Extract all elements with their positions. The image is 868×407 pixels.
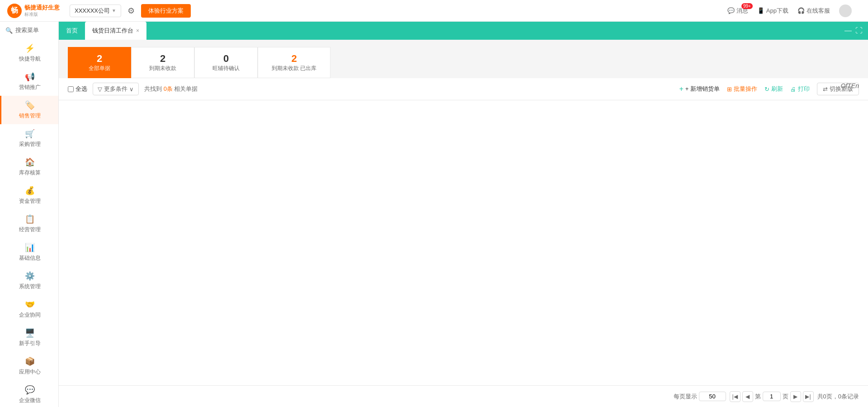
- batch-icon: ⊞: [727, 86, 732, 93]
- print-button[interactable]: 🖨 打印: [790, 85, 810, 93]
- header-left: 畅 畅捷通好生意 标准版 XXXXXX公司 ▼ ⚙ 体验行业方案: [7, 4, 191, 18]
- sidebar-item-marketing[interactable]: 📢 营销推广: [0, 67, 58, 96]
- basic-info-icon: 📊: [25, 243, 35, 253]
- page-suffix: 页: [783, 393, 788, 401]
- toolbar: 全选 ▽ 更多条件 ∨ 共找到 0条 相关单据 +: [59, 78, 868, 100]
- refresh-label: 刷新: [771, 85, 783, 93]
- avatar[interactable]: [839, 5, 852, 17]
- expand-tab-icon[interactable]: ⛶: [855, 27, 863, 35]
- sidebar-item-label: 资金管理: [19, 197, 41, 205]
- logo-icon: 畅: [7, 4, 22, 18]
- stat-label-overdue: 到期未收款: [149, 65, 176, 72]
- stat-card-overdue[interactable]: 2 到期未收款: [131, 47, 194, 78]
- toolbar-right: + + 新增销货单 ⊞ 批量操作 ↻ 刷新 🖨 打印: [679, 83, 859, 95]
- sidebar-item-guide[interactable]: 🖥️ 新手引导: [0, 323, 58, 352]
- sidebar-item-cooperation[interactable]: 🤝 企业协同: [0, 295, 58, 323]
- sidebar-item-label: 库存核算: [19, 169, 41, 177]
- tab-workbench-label: 钱货日清工作台: [92, 27, 133, 35]
- prev-page-button[interactable]: ◀: [742, 391, 753, 402]
- first-page-button[interactable]: |◀: [730, 391, 741, 402]
- page-nav: |◀ ◀ 第 页 ▶ ▶|: [730, 391, 814, 402]
- sidebar-item-purchase[interactable]: 🛒 采购管理: [0, 124, 58, 153]
- sidebar: 🔍 搜索菜单 ⚡ 快捷导航 📢 营销推广 🏷️ 销售管理 🛒 采购管理 🏠 库存…: [0, 22, 59, 407]
- search-menu-item[interactable]: 🔍 搜索菜单: [0, 22, 58, 39]
- stat-label-pending: 旺辅待确认: [212, 65, 240, 72]
- app-center-icon: 📦: [25, 356, 35, 366]
- sidebar-item-label: 企业协同: [19, 311, 41, 319]
- content-area: 首页 钱货日清工作台 × — ⛶ 2 全部单据 2 到期: [59, 22, 868, 407]
- select-all-input[interactable]: [68, 86, 74, 92]
- filter-button[interactable]: ▽ 更多条件 ∨: [93, 83, 139, 95]
- trial-button[interactable]: 体验行业方案: [141, 4, 191, 18]
- company-selector[interactable]: XXXXXX公司 ▼: [70, 5, 121, 17]
- batch-operation-button[interactable]: ⊞ 批量操作: [727, 85, 757, 93]
- online-service-action[interactable]: 🎧 在线客服: [797, 7, 830, 15]
- wechat-icon: 💬: [25, 385, 35, 395]
- sidebar-item-app-center[interactable]: 📦 应用中心: [0, 352, 58, 380]
- stats-row: 2 全部单据 2 到期未收款 0 旺辅待确认 2 到期未收款 已出库: [59, 40, 868, 78]
- message-action[interactable]: 💬 消息 99+: [727, 7, 748, 15]
- sidebar-item-label: 营销推广: [19, 84, 41, 91]
- tab-home-label: 首页: [66, 27, 78, 35]
- filter-label: 更多条件: [104, 85, 127, 93]
- sidebar-item-wechat[interactable]: 💬 企业微信: [0, 380, 58, 407]
- page-input[interactable]: [763, 392, 781, 401]
- close-tab-icon[interactable]: ×: [136, 28, 139, 34]
- sidebar-item-quick-nav[interactable]: ⚡ 快捷导航: [0, 39, 58, 67]
- minimize-tab-icon[interactable]: —: [844, 27, 852, 35]
- app-download-action[interactable]: 📱 App下载: [757, 7, 788, 15]
- next-page-button[interactable]: ▶: [790, 391, 801, 402]
- sidebar-item-basic-info[interactable]: 📊 基础信息: [0, 238, 58, 267]
- add-sales-order-button[interactable]: + + 新增销货单: [679, 85, 720, 93]
- filter-chevron-icon: ∨: [129, 86, 134, 93]
- sidebar-item-label: 销售管理: [19, 112, 41, 120]
- marketing-icon: 📢: [25, 72, 35, 82]
- stat-card-shipped[interactable]: 2 到期未收款 已出库: [258, 47, 330, 78]
- quick-nav-icon: ⚡: [25, 43, 35, 53]
- add-sales-label: + 新增销货单: [685, 85, 720, 93]
- top-header: 畅 畅捷通好生意 标准版 XXXXXX公司 ▼ ⚙ 体验行业方案 💬 消息 99…: [0, 0, 868, 22]
- settings-button[interactable]: ⚙: [125, 5, 137, 17]
- select-all-checkbox[interactable]: 全选: [68, 85, 87, 93]
- print-icon: 🖨: [790, 86, 796, 93]
- message-icon: 💬: [727, 7, 735, 14]
- page-label: 第: [755, 393, 761, 401]
- stat-label-shipped: 到期未收款 已出库: [272, 65, 316, 72]
- search-menu-label: 搜索菜单: [15, 26, 39, 34]
- purchase-icon: 🛒: [25, 129, 35, 139]
- sidebar-item-operation[interactable]: 📋 经营管理: [0, 210, 58, 238]
- tab-home[interactable]: 首页: [59, 22, 85, 40]
- stat-card-all[interactable]: 2 全部单据: [68, 47, 131, 78]
- sidebar-item-inventory[interactable]: 🏠 库存核算: [0, 153, 58, 181]
- page-size-select: 每页显示: [674, 392, 726, 401]
- often-text: OfTEn: [841, 82, 859, 89]
- found-count: 0条: [164, 85, 173, 92]
- sidebar-item-label: 快捷导航: [19, 55, 41, 63]
- print-label: 打印: [798, 85, 810, 93]
- sidebar-item-label: 采购管理: [19, 140, 41, 148]
- header-right: 💬 消息 99+ 📱 App下载 🎧 在线客服: [727, 5, 861, 17]
- stat-num-overdue: 2: [160, 53, 165, 65]
- stat-label-all: 全部单据: [89, 65, 110, 72]
- app-download-label: App下载: [766, 7, 788, 15]
- found-text: 共找到 0条 相关单据: [144, 85, 198, 93]
- online-service-label: 在线客服: [807, 7, 830, 15]
- stat-card-pending[interactable]: 0 旺辅待确认: [194, 47, 258, 78]
- batch-label: 批量操作: [734, 85, 757, 93]
- last-page-button[interactable]: ▶|: [803, 391, 814, 402]
- logo-area: 畅 畅捷通好生意 标准版: [7, 4, 66, 18]
- switch-icon: ⇄: [823, 86, 828, 93]
- sidebar-item-finance[interactable]: 💰 资金管理: [0, 181, 58, 210]
- stat-num-shipped: 2: [292, 53, 297, 65]
- sidebar-item-sales[interactable]: 🏷️ 销售管理: [0, 96, 58, 124]
- per-page-input[interactable]: [699, 392, 726, 401]
- sales-icon: 🏷️: [25, 100, 35, 110]
- message-badge: 99+: [741, 3, 753, 9]
- tab-workbench[interactable]: 钱货日清工作台 ×: [85, 22, 146, 40]
- inventory-icon: 🏠: [25, 157, 35, 167]
- system-icon: ⚙️: [25, 271, 35, 281]
- sidebar-item-label: 系统管理: [19, 283, 41, 290]
- search-icon: 🔍: [5, 27, 13, 34]
- refresh-button[interactable]: ↻ 刷新: [764, 85, 783, 93]
- sidebar-item-system[interactable]: ⚙️ 系统管理: [0, 267, 58, 295]
